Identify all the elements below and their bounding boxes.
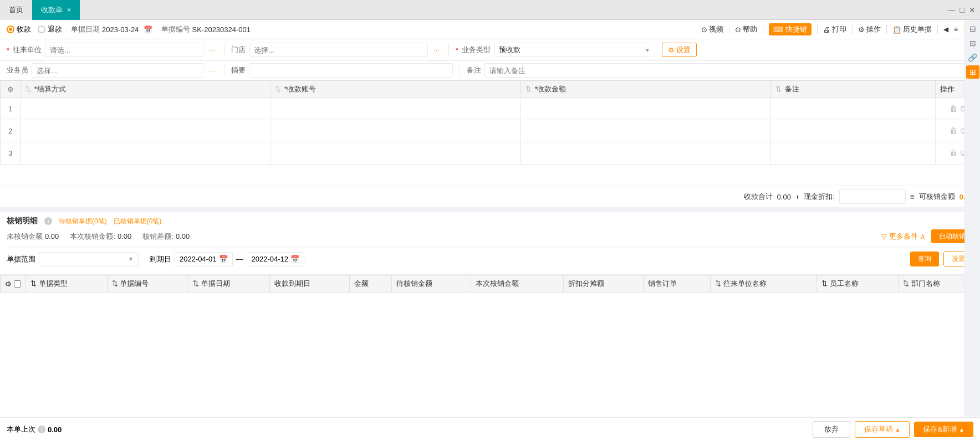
current-stat: 本次核销金额: 0.00 bbox=[70, 232, 131, 242]
sort-icon-remark[interactable]: ⇅ bbox=[775, 85, 782, 93]
reconcile-filter-row: 单据范围 ▼ 到期日 2022-04-01 📅 — 2022-04-12 📅 bbox=[7, 248, 973, 270]
date-from-input[interactable]: 2022-04-01 📅 bbox=[175, 252, 233, 266]
remark-input[interactable] bbox=[484, 63, 973, 78]
row2-remark[interactable] bbox=[771, 120, 936, 142]
divider-form4 bbox=[460, 64, 460, 77]
pending-tab-link[interactable]: 待核销单据(0笔) bbox=[59, 217, 107, 226]
divider1 bbox=[729, 25, 729, 34]
bottom-table-container: ⚙ ⇅ 单据类型 ⇅ 单据编号 ⇅ 单据日期 收款到期日 金额 bbox=[0, 275, 980, 441]
setting-button[interactable]: ⚙ 设置 bbox=[662, 43, 697, 57]
sort-icon-account[interactable]: ⇅ bbox=[275, 85, 281, 93]
row1-amount[interactable] bbox=[520, 98, 770, 120]
sort-icon-staff[interactable]: ⇅ bbox=[821, 279, 828, 288]
filter-action-buttons: 查询 设置 bbox=[910, 252, 973, 266]
tab-active[interactable]: 收款单 × bbox=[32, 0, 80, 20]
discount-input[interactable] bbox=[839, 189, 906, 204]
sort-icon-no[interactable]: ⇅ bbox=[112, 279, 118, 288]
row2-settlement[interactable] bbox=[21, 120, 270, 142]
minimize-button[interactable]: — bbox=[948, 6, 956, 14]
row2-amount[interactable] bbox=[520, 120, 770, 142]
row3-settlement[interactable] bbox=[21, 142, 270, 165]
sort-icon-date[interactable]: ⇅ bbox=[193, 279, 199, 288]
biztype-select[interactable]: 预收款 ▼ bbox=[494, 43, 655, 57]
layout-icon[interactable]: ≡ bbox=[954, 25, 958, 33]
maximize-button[interactable]: □ bbox=[960, 6, 964, 14]
table-row: 3 🗑 ⧉ bbox=[1, 142, 980, 165]
video-button[interactable]: ⊙ 视频 bbox=[701, 24, 723, 34]
row2-account[interactable] bbox=[270, 120, 520, 142]
table-footer-row: 收款合计 0.00 + 现金折扣: = 可核销金额 0.00 bbox=[0, 186, 980, 207]
bottom-col-type: ⇅ 单据类型 bbox=[26, 275, 108, 293]
table-gear-icon[interactable]: ⚙ bbox=[7, 85, 14, 94]
select-all-checkbox[interactable] bbox=[14, 280, 21, 288]
date-to-icon[interactable]: 📅 bbox=[290, 255, 299, 263]
store-more-icon[interactable]: ··· bbox=[431, 46, 442, 54]
divider5 bbox=[886, 25, 887, 34]
radio-receive[interactable]: 收款 bbox=[7, 24, 31, 34]
panel-icon-4[interactable]: ⊞ bbox=[966, 65, 979, 79]
done-tab-link[interactable]: 已核销单据(0笔) bbox=[114, 217, 162, 226]
row3-amount[interactable] bbox=[520, 142, 770, 165]
sort-icon-dept[interactable]: ⇅ bbox=[903, 279, 909, 288]
row2-delete-icon[interactable]: 🗑 bbox=[950, 126, 957, 136]
row-num-3: 3 bbox=[1, 142, 21, 165]
save-new-caret-icon: ▲ bbox=[959, 427, 964, 433]
main-container: 收款 退款 单据日期 2023-03-24 📅 单据编号 SK-20230324… bbox=[0, 20, 980, 441]
date-from-icon[interactable]: 📅 bbox=[219, 255, 228, 263]
print-button[interactable]: 🖨 打印 bbox=[823, 24, 846, 34]
partner-input[interactable] bbox=[45, 43, 203, 57]
summary-input[interactable] bbox=[249, 63, 453, 78]
reconcile-title: 核销明细 bbox=[7, 216, 38, 226]
date-calendar-icon[interactable]: 📅 bbox=[144, 25, 152, 34]
prev-info-icon[interactable]: i bbox=[38, 425, 45, 433]
more-filter-button[interactable]: ▽ 更多条件 ∧ bbox=[881, 232, 926, 242]
biztype-arrow-icon: ▼ bbox=[645, 47, 650, 53]
staff-more-icon[interactable]: ··· bbox=[207, 66, 217, 75]
divider2 bbox=[763, 25, 763, 34]
sort-icon-settlement[interactable]: ⇅ bbox=[25, 85, 31, 93]
panel-icon-3[interactable]: 🔗 bbox=[966, 51, 979, 64]
staff-input[interactable] bbox=[32, 63, 203, 78]
row1-delete-icon[interactable]: 🗑 bbox=[950, 104, 957, 114]
history-button[interactable]: 📋 历史单据 bbox=[892, 24, 932, 34]
bottom-col-staff: ⇅ 员工名称 bbox=[817, 275, 899, 293]
store-input[interactable] bbox=[249, 43, 428, 57]
help-button[interactable]: ⊙ 帮助 bbox=[735, 24, 757, 34]
row3-remark[interactable] bbox=[771, 142, 936, 165]
remark-field: 备注 bbox=[467, 63, 973, 78]
bottom-gear-icon[interactable]: ⚙ bbox=[5, 280, 12, 288]
row3-delete-icon[interactable]: 🗑 bbox=[950, 148, 957, 158]
panel-icon-1[interactable]: ⊟ bbox=[966, 22, 979, 35]
main-table: ⚙ ⇅ *结算方式 ⇅ *收款账号 ⇅ *收款金额 ⇅ bbox=[0, 80, 980, 165]
sort-icon-type[interactable]: ⇅ bbox=[30, 279, 37, 288]
discard-button[interactable]: 放弃 bbox=[813, 421, 850, 438]
bottom-col-no: ⇅ 单据编号 bbox=[107, 275, 188, 293]
save-new-button[interactable]: 保存&新增 ▲ bbox=[914, 422, 973, 437]
row3-account[interactable] bbox=[270, 142, 520, 165]
bottom-col-due-date: 收款到期日 bbox=[270, 275, 350, 293]
reconcile-info-icon[interactable]: i bbox=[44, 217, 52, 225]
row1-remark[interactable] bbox=[771, 98, 936, 120]
partner-more-icon[interactable]: ··· bbox=[207, 46, 217, 54]
close-button[interactable]: ✕ bbox=[969, 6, 976, 14]
layout-prev-icon[interactable]: ◀ bbox=[943, 25, 948, 33]
sort-icon-amount[interactable]: ⇅ bbox=[525, 85, 532, 93]
panel-icon-2[interactable]: ⊡ bbox=[966, 37, 979, 50]
row1-settlement[interactable] bbox=[21, 98, 270, 120]
divider3 bbox=[817, 25, 818, 34]
print-icon: 🖨 bbox=[823, 25, 830, 34]
tab-home[interactable]: 首页 bbox=[0, 0, 32, 20]
row1-account[interactable] bbox=[270, 98, 520, 120]
radio-refund[interactable]: 退款 bbox=[38, 24, 62, 34]
scope-select[interactable]: ▼ bbox=[39, 252, 139, 266]
save-draft-button[interactable]: 保存草稿 ▲ bbox=[855, 421, 910, 438]
date-to-input[interactable]: 2022-04-12 📅 bbox=[247, 252, 305, 266]
col-settings[interactable]: ⚙ bbox=[1, 81, 21, 98]
tab-close-icon[interactable]: × bbox=[67, 0, 71, 20]
shortcut-button[interactable]: ⌨ 快捷键 bbox=[769, 23, 811, 35]
bottom-col-check-settings[interactable]: ⚙ bbox=[1, 275, 26, 293]
query-button[interactable]: 查询 bbox=[910, 252, 939, 266]
sort-icon-partner[interactable]: ⇅ bbox=[715, 279, 721, 288]
table-row: 2 🗑 ⧉ bbox=[1, 120, 980, 142]
operation-button[interactable]: ⚙ 操作 bbox=[858, 24, 881, 34]
